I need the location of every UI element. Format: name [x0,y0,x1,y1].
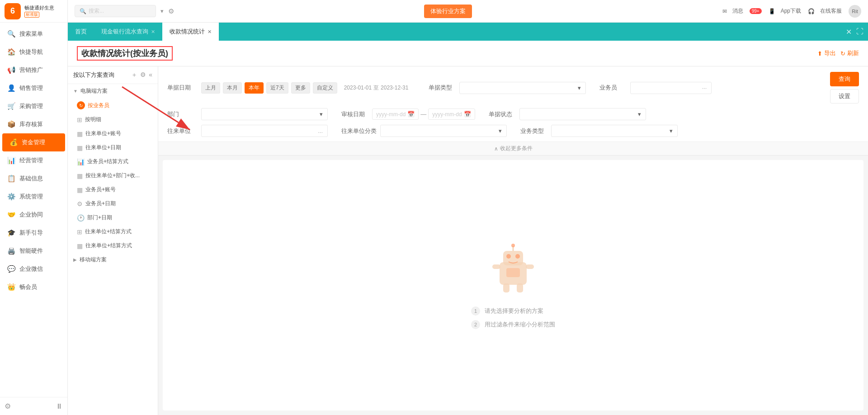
enterprise-icon: 🤝 [7,210,16,219]
settings-icon[interactable]: ⚙ [5,402,11,410]
service-group[interactable]: 🎧 在线客服 [808,7,842,15]
sidebar-item-basic[interactable]: 📋 基础信息 [0,170,67,188]
type-select[interactable]: ▾ [459,82,586,94]
date-btn-more[interactable]: 更多 [291,82,310,94]
topbar-gear-icon[interactable]: ⚙ [168,7,174,15]
tree-item-staff-settle[interactable]: 📊 业务员+结算方式 [71,155,158,169]
query-btn[interactable]: 查询 [830,72,859,86]
filter-row-2: 部门 ▾ 审核日期 yyyy-mm-dd 📅 [167,108,859,120]
filter-actions: 查询 设置 [830,72,859,104]
audit-date-range: yyyy-mm-dd 📅 — yyyy-mm-dd 📅 [372,108,475,120]
page-header: 收款情况统计(按业务员) ⬆ 导出 ↻ 刷新 [68,41,868,66]
collapse-more-btn[interactable]: ∧ 收起更多条件 [158,141,868,155]
tree-group-mobile[interactable]: ▶ 移动端方案 [68,253,158,267]
app-download-group[interactable]: 📱 App下载 [769,7,801,15]
tree-item-staff-date[interactable]: ⚙ 业务员+日期 [71,197,158,211]
hardware-icon: 🖨️ [7,246,16,255]
refresh-icon: ↻ [840,50,845,57]
export-btn[interactable]: ⬆ 导出 [817,49,836,57]
tab-bank[interactable]: 现金银行流水查询 ✕ [94,23,162,41]
tab-collection[interactable]: 收款情况统计 ✕ [162,23,219,41]
empty-steps: 1 请先选择要分析的方案 2 用过滤条件来缩小分析范围 [471,307,555,329]
chevron-down-icon-voucher: ▾ [638,111,641,118]
tree-item-dept-date[interactable]: 🕐 部门+日期 [71,211,158,225]
date-btn-7days[interactable]: 近7天 [266,82,288,94]
tree-item-partner-account[interactable]: ▦ 往来单位+账号 [71,127,158,141]
sidebar-item-marketing[interactable]: 📢 营销推广 [0,61,67,79]
add-scheme-icon[interactable]: ＋ [131,71,137,79]
close-window-btn[interactable]: ✕ [846,28,852,36]
message-group[interactable]: ✉ 消息 99+ [722,7,762,15]
user-avatar[interactable]: Rit [849,5,861,18]
sidebar-item-member[interactable]: 👑 畅会员 [0,278,67,296]
audit-date-filter: 审核日期 yyyy-mm-dd 📅 — yyyy-mm-dd 📅 [341,108,475,120]
audit-from-input[interactable]: yyyy-mm-dd 📅 [372,108,419,120]
tab-close-bank[interactable]: ✕ [151,29,155,35]
sidebar-item-hardware[interactable]: 🖨️ 智能硬件 [0,242,67,260]
table-icon-4: ▦ [77,186,83,193]
collapse-sidebar-icon[interactable]: ⏸ [56,402,63,410]
date-btn-custom[interactable]: 自定义 [313,82,337,94]
sidebar-item-system[interactable]: ⚙️ 系统管理 [0,188,67,206]
set-btn[interactable]: 设置 [830,89,859,104]
sidebar-item-search[interactable]: 🔍 搜索菜单 [0,25,67,43]
filter-row-3: 往来单位 ... 往来单位分类 ▾ [167,125,859,137]
sidebar-item-finance[interactable]: 💰 资金管理 [2,133,65,151]
sidebar-item-wechat[interactable]: 💬 企业微信 [0,260,67,278]
biz-type-select[interactable]: ▾ [551,125,678,137]
tree-item-partner-dept[interactable]: ▦ 按往来单位+部门+收... [71,169,158,183]
partner-input[interactable]: ... [201,125,328,137]
tree-group-desktop[interactable]: ▼ 电脑端方案 [68,84,158,98]
sidebar-nav: 🔍 搜索菜单 🏠 快捷导航 📢 营销推广 👤 销售管理 🛒 采购管理 📦 库存核… [0,23,67,397]
maximize-btn[interactable]: ⛶ [856,28,863,36]
tree-item-partner-date[interactable]: ▦ 往来单位+日期 [71,141,158,155]
filter-row-1: 单据日期 上月 本月 本年 近7天 更多 自定义 2023-01-01 至 [167,72,859,104]
collapse-panel-icon[interactable]: « [149,71,152,79]
content-area: 按以下方案查询 ＋ ⚙ « ▼ 电脑端方案 ↻ [68,66,868,415]
purchase-icon: 🛒 [7,102,16,111]
panel-header: 按以下方案查询 ＋ ⚙ « [68,66,158,84]
robot-svg [486,242,540,296]
date-btn-this-year[interactable]: 本年 [245,82,264,94]
topbar-left: 🔍 搜索... ▾ ⚙ [75,5,174,17]
sales-icon: 👤 [7,84,16,93]
empty-step-2: 2 用过滤条件来缩小分析范围 [471,320,555,329]
sidebar-item-quicknav[interactable]: 🏠 快捷导航 [0,43,67,61]
sidebar-item-sales[interactable]: 👤 销售管理 [0,79,67,97]
filter-area: 单据日期 上月 本月 本年 近7天 更多 自定义 2023-01-01 至 [158,66,868,156]
sidebar-item-inventory[interactable]: 📦 库存核算 [0,115,67,133]
topbar-search[interactable]: 🔍 搜索... [75,5,156,17]
staff-select[interactable]: ··· [630,82,712,94]
date-quick-buttons: 上月 本月 本年 近7天 更多 自定义 [201,82,337,94]
tab-home[interactable]: 首页 [68,23,94,41]
sidebar-item-enterprise[interactable]: 🤝 企业协同 [0,206,67,224]
audit-to-input[interactable]: yyyy-mm-dd 📅 [428,108,475,120]
chevron-down-icon: ▾ [578,85,581,91]
marketing-icon: 📢 [7,66,16,75]
logo-area: 6 畅捷通好生意 标准版 [0,0,67,23]
member-icon: 👑 [7,283,16,292]
dept-select[interactable]: ▾ [201,108,328,120]
tree-item-staff-account[interactable]: ▦ 业务员+账号 [71,183,158,197]
sidebar-item-guide[interactable]: 🎓 新手引导 [0,224,67,242]
svg-rect-8 [506,268,520,277]
sidebar-item-operations[interactable]: 📊 经营管理 [0,151,67,170]
table-icon-3: ▦ [77,172,83,179]
voucher-select[interactable]: ▾ [519,108,646,120]
main-area: 🔍 搜索... ▾ ⚙ 体验行业方案 ✉ 消息 99+ 📱 App下载 🎧 在线… [68,0,868,415]
sidebar-item-purchase[interactable]: 🛒 采购管理 [0,97,67,115]
settings-scheme-icon[interactable]: ⚙ [140,71,146,79]
tree-item-partner-settle1[interactable]: ⊞ 往来单位+结算方式 [71,225,158,239]
tree-item-by-staff[interactable]: ↻ 按业务员 [71,98,158,113]
tab-close-collection[interactable]: ✕ [208,29,212,35]
partner-cat-select[interactable]: ▾ [380,125,507,137]
date-btn-last-month[interactable]: 上月 [201,82,220,94]
date-btn-this-month[interactable]: 本月 [223,82,242,94]
robot-illustration [486,242,540,297]
svg-rect-6 [503,283,509,292]
topbar-dropdown-icon[interactable]: ▾ [160,8,164,14]
solution-btn[interactable]: 体验行业方案 [424,5,472,18]
refresh-btn[interactable]: ↻ 刷新 [840,49,859,57]
tree-item-by-detail[interactable]: ⊞ 按明细 [71,113,158,127]
tree-item-partner-settle2[interactable]: ▦ 往来单位+结算方式 [71,239,158,253]
